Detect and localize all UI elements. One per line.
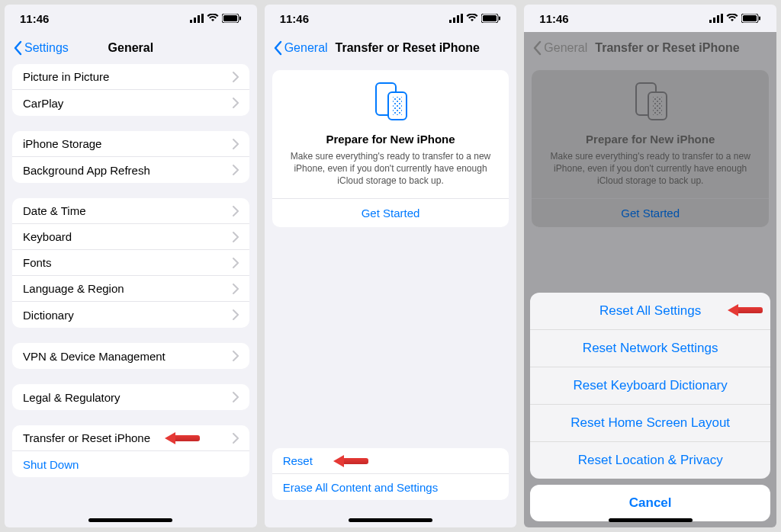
row-legal-regulatory[interactable]: Legal & Regulatory [12, 384, 249, 410]
row-label: Keyboard [23, 230, 233, 243]
status-bar: 11:46 [5, 5, 257, 32]
settings-group: Picture in Picture CarPlay [12, 64, 249, 116]
settings-group: Date & Time Keyboard Fonts Language & Re… [12, 198, 249, 328]
row-vpn-device-management[interactable]: VPN & Device Management [12, 343, 249, 369]
row-dictionary[interactable]: Dictionary [12, 302, 249, 328]
row-reset[interactable]: Reset [272, 448, 509, 474]
status-bar: 11:46 [524, 5, 776, 32]
svg-rect-2 [198, 15, 200, 23]
row-shut-down[interactable]: Shut Down [12, 451, 249, 477]
status-icons [709, 14, 761, 23]
row-erase-all[interactable]: Erase All Content and Settings [272, 474, 509, 500]
annotation-arrow-icon [728, 304, 763, 316]
row-label: Background App Refresh [23, 164, 233, 177]
prepare-title: Prepare for New iPhone [283, 133, 499, 146]
chevron-right-icon [233, 309, 239, 320]
prepare-title: Prepare for New iPhone [542, 133, 758, 146]
svg-rect-3 [201, 14, 204, 23]
annotation-arrow-icon [165, 432, 200, 444]
nav-title: Transfer or Reset iPhone [336, 41, 480, 55]
prepare-card: Prepare for New iPhone Make sure everyth… [532, 70, 769, 227]
prepare-desc: Make sure everything's ready to transfer… [283, 150, 499, 187]
row-fonts[interactable]: Fonts [12, 250, 249, 276]
reset-action-sheet: Reset All Settings Reset Network Setting… [530, 293, 770, 521]
sheet-cancel-label: Cancel [629, 495, 672, 510]
sheet-btn-label: Reset Keyboard Dictionary [574, 378, 728, 393]
row-label: Transfer or Reset iPhone [23, 431, 233, 444]
svg-rect-0 [190, 20, 192, 23]
row-date-time[interactable]: Date & Time [12, 198, 249, 224]
row-carplay[interactable]: CarPlay [12, 90, 249, 116]
row-label: CarPlay [23, 97, 233, 110]
sheet-reset-keyboard-dict[interactable]: Reset Keyboard Dictionary [530, 367, 770, 405]
status-time: 11:46 [539, 12, 568, 25]
row-transfer-or-reset[interactable]: Transfer or Reset iPhone [12, 425, 249, 451]
back-label: General [284, 41, 328, 55]
nav-bar: Settings General [5, 32, 257, 64]
row-keyboard[interactable]: Keyboard [12, 224, 249, 250]
svg-rect-15 [713, 18, 715, 23]
settings-group: Legal & Regulatory [12, 384, 249, 410]
chevron-right-icon [233, 98, 239, 108]
chevron-right-icon [233, 232, 239, 242]
back-button[interactable]: General [272, 40, 328, 56]
row-label: Dictionary [23, 309, 233, 322]
svg-rect-13 [499, 17, 500, 21]
row-label: VPN & Device Management [23, 350, 233, 363]
home-indicator [265, 512, 517, 527]
row-background-app-refresh[interactable]: Background App Refresh [12, 157, 249, 183]
prepare-desc: Make sure everything's ready to transfer… [542, 150, 758, 187]
row-iphone-storage[interactable]: iPhone Storage [12, 131, 249, 157]
screenshot-general-settings: 11:46 Settings General Picture in Pictur… [5, 5, 257, 527]
chevron-right-icon [233, 351, 239, 361]
sheet-reset-home-layout[interactable]: Reset Home Screen Layout [530, 405, 770, 442]
chevron-right-icon [233, 258, 239, 268]
status-icons [449, 14, 501, 23]
svg-rect-5 [223, 15, 237, 21]
row-label: iPhone Storage [23, 137, 233, 150]
row-label: Reset [283, 454, 499, 467]
screenshot-reset-action-sheet: 11:46 General Transfer or Reset iPhone P… [524, 5, 776, 527]
svg-rect-12 [483, 15, 497, 21]
row-picture-in-picture[interactable]: Picture in Picture [12, 64, 249, 90]
status-bar: 11:46 [265, 5, 517, 32]
status-time: 11:46 [20, 12, 49, 25]
row-language-region[interactable]: Language & Region [12, 276, 249, 302]
row-label: Legal & Regulatory [23, 391, 233, 404]
sheet-btn-label: Reset Network Settings [583, 341, 718, 355]
prepare-card: Prepare for New iPhone Make sure everyth… [272, 70, 509, 227]
home-indicator [5, 512, 257, 527]
svg-rect-19 [743, 15, 757, 21]
sheet-btn-label: Reset Location & Privacy [578, 453, 723, 467]
devices-icon [628, 82, 673, 122]
settings-group: Transfer or Reset iPhone Shut Down [12, 425, 249, 477]
chevron-right-icon [233, 139, 239, 149]
sheet-reset-network[interactable]: Reset Network Settings [530, 330, 770, 367]
sheet-btn-label: Reset Home Screen Layout [570, 415, 730, 430]
sheet-reset-all-settings[interactable]: Reset All Settings [530, 293, 770, 330]
svg-rect-8 [453, 18, 455, 23]
chevron-right-icon [233, 206, 239, 216]
chevron-right-icon [233, 392, 239, 402]
svg-rect-7 [449, 20, 452, 23]
row-label: Fonts [23, 256, 233, 269]
nav-bar: General Transfer or Reset iPhone [265, 32, 517, 64]
get-started-button: Get Started [532, 198, 769, 227]
svg-rect-9 [457, 15, 459, 23]
chevron-right-icon [233, 72, 239, 82]
status-icons [190, 14, 242, 23]
screenshot-transfer-reset: 11:46 General Transfer or Reset iPhone P… [265, 5, 517, 527]
back-button[interactable]: Settings [12, 40, 69, 56]
back-label: General [544, 41, 587, 55]
home-indicator [524, 512, 776, 527]
back-button: General [532, 40, 587, 56]
sheet-reset-location-privacy[interactable]: Reset Location & Privacy [530, 442, 770, 479]
chevron-right-icon [233, 284, 239, 294]
svg-rect-6 [239, 17, 241, 21]
settings-group: VPN & Device Management [12, 343, 249, 369]
status-time: 11:46 [280, 12, 309, 25]
svg-rect-16 [717, 15, 719, 23]
svg-rect-20 [759, 17, 760, 21]
get-started-button[interactable]: Get Started [272, 198, 509, 227]
annotation-arrow-icon [333, 455, 368, 467]
